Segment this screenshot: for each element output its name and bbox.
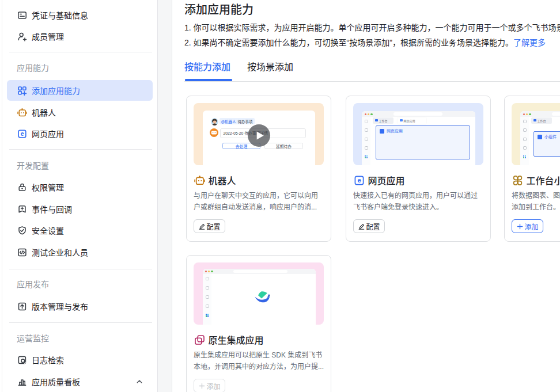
svg-text:e: e (357, 177, 361, 184)
svg-text:e: e (21, 130, 24, 137)
